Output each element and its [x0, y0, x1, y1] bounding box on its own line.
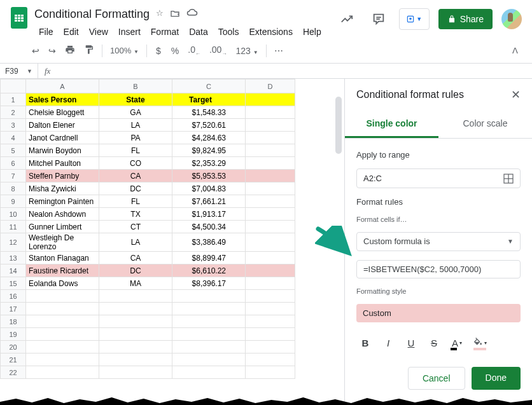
row-header[interactable]: 22: [1, 366, 26, 379]
cell[interactable]: $1,548.33: [172, 106, 246, 119]
increase-decimal-button[interactable]: .00→: [206, 41, 230, 60]
table-row[interactable]: 1Sales PersonStateTarget: [1, 93, 295, 106]
cell[interactable]: $8,396.17: [172, 277, 246, 290]
cell[interactable]: [99, 290, 172, 303]
cell[interactable]: LA: [99, 233, 172, 252]
row-header[interactable]: 1: [1, 93, 26, 106]
cell[interactable]: [26, 328, 99, 341]
col-header-a[interactable]: A: [26, 79, 99, 93]
comments-icon[interactable]: [367, 8, 390, 31]
cell[interactable]: $8,899.47: [172, 252, 246, 264]
cell[interactable]: [26, 303, 99, 315]
cell[interactable]: CA: [99, 252, 172, 264]
formula-input[interactable]: =ISBETWEEN($C2, 5000,7000): [356, 260, 521, 278]
row-header[interactable]: 12: [1, 233, 26, 252]
fill-color-button[interactable]: ▾: [471, 334, 489, 352]
cell[interactable]: [246, 208, 295, 221]
cell[interactable]: $5,953.53: [172, 170, 246, 182]
cell[interactable]: Target: [172, 93, 246, 106]
cell[interactable]: [246, 182, 295, 195]
row-header[interactable]: 15: [1, 277, 26, 290]
table-row[interactable]: 10Nealon AshdownTX$1,913.17: [1, 208, 295, 221]
style-preview[interactable]: Custom: [356, 304, 521, 322]
star-icon[interactable]: ☆: [156, 8, 164, 20]
cell[interactable]: $1,913.17: [172, 208, 246, 221]
menu-extensions[interactable]: Extensions: [244, 24, 297, 39]
cell[interactable]: [246, 354, 295, 366]
cell[interactable]: Sales Person: [26, 93, 99, 106]
cell[interactable]: [246, 252, 295, 264]
cell[interactable]: $7,520.61: [172, 119, 246, 132]
cell[interactable]: $7,661.21: [172, 195, 246, 208]
cell[interactable]: [246, 221, 295, 233]
row-header[interactable]: 14: [1, 264, 26, 277]
row-header[interactable]: 18: [1, 315, 26, 328]
table-row[interactable]: 3Dalton ElenerLA$7,520.61: [1, 119, 295, 132]
cell[interactable]: Mitchel Paulton: [26, 157, 99, 170]
cell[interactable]: [172, 366, 246, 379]
table-row[interactable]: 11Gunner LimbertCT$4,500.34: [1, 221, 295, 233]
col-header-c[interactable]: C: [172, 79, 246, 93]
menu-insert[interactable]: Insert: [114, 24, 145, 39]
table-row[interactable]: 22: [1, 366, 295, 379]
cell[interactable]: [99, 328, 172, 341]
cell[interactable]: [172, 354, 246, 366]
row-header[interactable]: 17: [1, 303, 26, 315]
table-row[interactable]: 9Remington PaintenFL$7,661.21: [1, 195, 295, 208]
table-row[interactable]: 8Misha ZywickiDC$7,004.83: [1, 182, 295, 195]
row-header[interactable]: 11: [1, 221, 26, 233]
cell[interactable]: [26, 315, 99, 328]
cell[interactable]: [246, 290, 295, 303]
cell[interactable]: [246, 132, 295, 144]
cancel-button[interactable]: Cancel: [408, 367, 465, 390]
cell[interactable]: [99, 366, 172, 379]
cell[interactable]: $4,284.63: [172, 132, 246, 144]
row-header[interactable]: 5: [1, 144, 26, 157]
row-header[interactable]: 7: [1, 170, 26, 182]
row-header[interactable]: 8: [1, 182, 26, 195]
more-formats-button[interactable]: 123 ▼: [232, 42, 262, 60]
move-icon[interactable]: [170, 8, 180, 20]
table-row[interactable]: 7Steffen ParnbyCA$5,953.53: [1, 170, 295, 182]
cell[interactable]: Stanton Flanagan: [26, 252, 99, 264]
tab-color-scale[interactable]: Color scale: [438, 111, 532, 138]
row-header[interactable]: 16: [1, 290, 26, 303]
cell[interactable]: TX: [99, 208, 172, 221]
cell[interactable]: PA: [99, 132, 172, 144]
cell[interactable]: [246, 119, 295, 132]
present-button[interactable]: ▼: [399, 8, 430, 30]
cell[interactable]: $4,500.34: [172, 221, 246, 233]
cell[interactable]: [246, 233, 295, 252]
cell[interactable]: [99, 303, 172, 315]
cell[interactable]: [246, 341, 295, 354]
cell[interactable]: [246, 264, 295, 277]
cell[interactable]: [99, 341, 172, 354]
collapse-toolbar-button[interactable]: ᐱ: [506, 42, 524, 59]
cell[interactable]: [26, 354, 99, 366]
row-header[interactable]: 13: [1, 252, 26, 264]
table-row[interactable]: 5Marwin BoydonFL$9,824.95: [1, 144, 295, 157]
cell[interactable]: [26, 366, 99, 379]
cell[interactable]: Misha Zywicki: [26, 182, 99, 195]
cell[interactable]: $2,353.29: [172, 157, 246, 170]
cell[interactable]: [246, 106, 295, 119]
cell[interactable]: State: [99, 93, 172, 106]
col-header-d[interactable]: D: [246, 79, 295, 93]
cell[interactable]: DC: [99, 264, 172, 277]
cell[interactable]: LA: [99, 119, 172, 132]
tab-single-color[interactable]: Single color: [345, 111, 438, 138]
table-row[interactable]: 4Janot CardnellPA$4,284.63: [1, 132, 295, 144]
text-color-button[interactable]: A▾: [448, 334, 466, 352]
menu-tools[interactable]: Tools: [214, 24, 244, 39]
paint-format-button[interactable]: [80, 41, 98, 60]
cell[interactable]: FL: [99, 144, 172, 157]
close-icon[interactable]: ✕: [511, 88, 521, 102]
cell[interactable]: [172, 303, 246, 315]
cell[interactable]: $9,824.95: [172, 144, 246, 157]
cloud-icon[interactable]: [186, 8, 198, 20]
table-row[interactable]: 20: [1, 341, 295, 354]
cell[interactable]: DC: [99, 182, 172, 195]
vertical-scrollbar[interactable]: [335, 97, 343, 400]
cell[interactable]: [246, 144, 295, 157]
menu-help[interactable]: Help: [298, 24, 326, 39]
